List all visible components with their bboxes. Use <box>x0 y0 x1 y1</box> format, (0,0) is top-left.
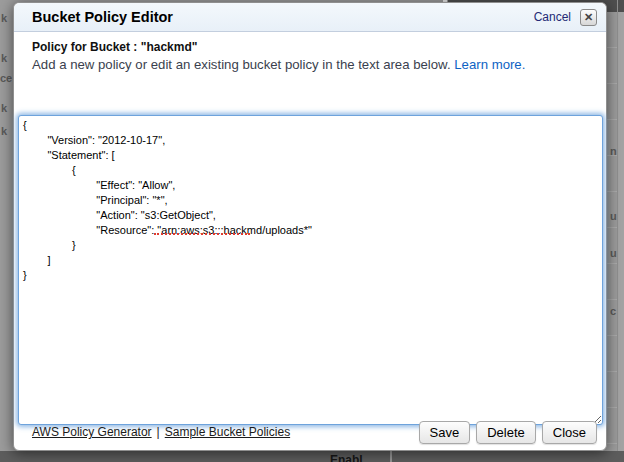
bg-text-fragment: k <box>1 102 12 114</box>
link-separator: | <box>157 425 160 439</box>
page-overlay-right-rows <box>607 12 624 451</box>
close-button[interactable]: Close <box>542 421 597 444</box>
page-overlay-right-line <box>617 0 618 462</box>
dialog-title: Bucket Policy Editor <box>32 9 534 25</box>
bg-text-fragment: ce <box>0 72 12 84</box>
learn-more-link[interactable]: Learn more. <box>454 57 525 72</box>
bg-text-fragment: u <box>610 247 620 259</box>
dialog-footer: AWS Policy Generator | Sample Bucket Pol… <box>14 418 606 450</box>
bg-text-fragment: u <box>610 210 620 222</box>
bg-text-fragment: n <box>610 145 620 157</box>
sample-bucket-policies-link[interactable]: Sample Bucket Policies <box>165 425 290 439</box>
bg-text-fragment: k <box>1 125 12 137</box>
delete-button[interactable]: Delete <box>476 421 536 444</box>
policy-textarea-wrapper: { "Version": "2012-10-17", "Statement": … <box>18 115 603 425</box>
page-overlay-bottom-line <box>390 451 392 462</box>
page-overlay-bottom-text: Enabl <box>330 453 390 462</box>
bucket-policy-editor-dialog: Bucket Policy Editor Cancel ✕ Policy for… <box>13 2 607 451</box>
close-icon[interactable]: ✕ <box>580 9 597 26</box>
bg-text-fragment: k <box>1 52 12 64</box>
description-text: Add a new policy or edit an existing buc… <box>32 57 451 72</box>
bg-text-fragment: k <box>1 12 12 24</box>
page-overlay-bottom-dark <box>0 451 624 462</box>
save-button[interactable]: Save <box>419 421 471 444</box>
cancel-link[interactable]: Cancel <box>534 10 571 24</box>
aws-policy-generator-link[interactable]: AWS Policy Generator <box>32 425 152 439</box>
bucket-policy-subtitle: Policy for Bucket : "hackmd" <box>32 40 197 54</box>
policy-textarea[interactable]: { "Version": "2012-10-17", "Statement": … <box>18 115 603 425</box>
dialog-titlebar: Bucket Policy Editor Cancel ✕ <box>14 3 606 32</box>
bg-text-fragment: c <box>610 305 620 317</box>
dialog-description: Add a new policy or edit an existing buc… <box>32 57 525 72</box>
